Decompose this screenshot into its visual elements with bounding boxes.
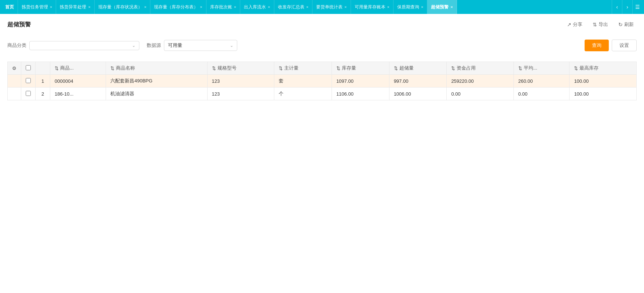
nav-item-available-inventory[interactable]: 可用量库存账本 × — [351, 0, 394, 14]
nav-item-batch-account[interactable]: 库存批次账 × — [206, 0, 240, 14]
row-capital-1: 0.00 — [447, 88, 514, 100]
export-icon: ⇅ — [593, 22, 597, 27]
share-button[interactable]: ↗ 分享 — [564, 20, 585, 29]
sort-overstock[interactable]: ⇅ 超储量 — [394, 65, 414, 71]
row-check-1[interactable] — [21, 88, 36, 100]
nav-item-inventory-dist[interactable]: 现存量（库存分布表） × — [150, 0, 206, 14]
nav-item-receive-summary[interactable]: 收发存汇总表 × — [274, 0, 312, 14]
table-row: 1 0000004 六配套新昌490BPG 123 套 1097.00 997.… — [8, 75, 637, 88]
category-filter: 商品分类 ⌄ — [7, 41, 139, 50]
category-select[interactable]: ⌄ — [29, 41, 139, 50]
nav-item-overstock-warning[interactable]: 超储预警 × — [427, 0, 457, 14]
close-pick-exception[interactable]: × — [88, 5, 90, 9]
export-button[interactable]: ⇅ 导出 — [590, 20, 611, 29]
nav-arrow-menu[interactable]: ☰ — [632, 0, 643, 14]
row-num-1: 2 — [36, 88, 50, 100]
th-unit[interactable]: ⇅ 主计量 — [274, 62, 332, 75]
row-product-code-0: 0000004 — [50, 75, 106, 88]
filter-actions: 查询 设置 — [585, 40, 637, 51]
row-max-stock-1: 100.00 — [570, 88, 637, 100]
refresh-label: 刷新 — [624, 21, 634, 28]
nav-item-order-stats[interactable]: 要货单统计表 × — [312, 0, 351, 14]
nav-bar: 首页 拣货任务管理 × 拣货异常处理 × 现存量（库存状况表） × 现存量（库存… — [0, 0, 644, 14]
share-icon: ↗ — [567, 22, 571, 27]
nav-label-pick-task: 拣货任务管理 — [22, 4, 48, 10]
sort-product-name[interactable]: ⇅ 商品名称 — [110, 65, 135, 71]
nav-arrows: ‹ › ☰ — [612, 0, 643, 14]
datasource-chevron-icon: ⌄ — [230, 43, 233, 48]
datasource-select[interactable]: 可用量 ⌄ — [164, 40, 237, 51]
page-content: 超储预警 ↗ 分享 ⇅ 导出 ↻ 刷新 商品分类 ⌄ 数据源 — [0, 14, 644, 293]
nav-label-pick-exception: 拣货异常处理 — [60, 4, 86, 10]
sort-max-stock[interactable]: ⇅ 最高库存 — [574, 65, 599, 71]
refresh-button[interactable]: ↻ 刷新 — [615, 20, 637, 29]
nav-label-home: 首页 — [5, 4, 14, 10]
row-checkbox-0[interactable] — [26, 78, 31, 83]
sort-unit[interactable]: ⇅ 主计量 — [279, 65, 299, 71]
nav-label-inventory-status: 现存量（库存状况表） — [98, 4, 142, 10]
close-receive-summary[interactable]: × — [306, 5, 308, 9]
nav-label-available-inventory: 可用量库存账本 — [355, 4, 385, 10]
category-label: 商品分类 — [7, 42, 26, 49]
close-inout-flow[interactable]: × — [268, 5, 270, 9]
row-max-stock-0: 100.00 — [570, 75, 637, 88]
sort-capital[interactable]: ⇅ 资金占用 — [451, 65, 476, 71]
row-product-name-1: 机油滤清器 — [106, 88, 207, 100]
th-capital[interactable]: ⇅ 资金占用 — [447, 62, 514, 75]
row-stock-0: 1097.00 — [332, 75, 389, 88]
page-title: 超储预警 — [7, 21, 31, 29]
th-overstock[interactable]: ⇅ 超储量 — [389, 62, 447, 75]
nav-arrow-left[interactable]: ‹ — [612, 0, 622, 14]
close-available-inventory[interactable]: × — [387, 5, 389, 9]
nav-item-pick-task[interactable]: 拣货任务管理 × — [18, 0, 56, 14]
nav-arrow-right[interactable]: › — [622, 0, 632, 14]
nav-item-pick-exception[interactable]: 拣货异常处理 × — [56, 0, 94, 14]
th-spec[interactable]: ⇅ 规格型号 — [207, 62, 274, 75]
row-check-0[interactable] — [21, 75, 36, 88]
datasource-select-value: 可用量 — [168, 42, 182, 49]
sort-product-code[interactable]: ⇅ 商品... — [55, 65, 74, 71]
th-stock[interactable]: ⇅ 库存量 — [332, 62, 389, 75]
nav-item-home[interactable]: 首页 — [1, 0, 18, 14]
close-inventory-status[interactable]: × — [144, 5, 146, 9]
nav-label-inout-flow: 出入库流水 — [244, 4, 266, 10]
select-all-checkbox[interactable] — [26, 65, 31, 70]
nav-label-expiry-query: 保质期查询 — [397, 4, 419, 10]
nav-label-inventory-dist: 现存量（库存分布表） — [154, 4, 198, 10]
th-avg[interactable]: ⇅ 平均... — [513, 62, 569, 75]
close-order-stats[interactable]: × — [344, 5, 347, 9]
page-actions: ↗ 分享 ⇅ 导出 ↻ 刷新 — [564, 20, 637, 29]
th-check — [21, 62, 36, 75]
row-gear-0 — [8, 75, 21, 88]
refresh-icon: ↻ — [618, 22, 623, 27]
filter-row: 商品分类 ⌄ 数据源 可用量 ⌄ 查询 设置 — [7, 35, 637, 56]
close-expiry-query[interactable]: × — [421, 5, 423, 9]
sort-stock[interactable]: ⇅ 库存量 — [336, 65, 356, 71]
nav-item-inout-flow[interactable]: 出入库流水 × — [240, 0, 274, 14]
sort-avg[interactable]: ⇅ 平均... — [518, 65, 537, 71]
sort-spec[interactable]: ⇅ 规格型号 — [212, 65, 237, 71]
close-pick-task[interactable]: × — [50, 5, 52, 9]
nav-item-expiry-query[interactable]: 保质期查询 × — [394, 0, 427, 14]
settings-button[interactable]: 设置 — [612, 40, 637, 51]
nav-label-overstock-warning: 超储预警 — [431, 4, 449, 10]
export-label: 导出 — [599, 21, 608, 28]
th-product-code[interactable]: ⇅ 商品... — [50, 62, 106, 75]
row-product-code-1: 186-10... — [50, 88, 106, 100]
query-button[interactable]: 查询 — [585, 40, 609, 51]
th-product-name[interactable]: ⇅ 商品名称 — [106, 62, 207, 75]
row-overstock-0: 997.00 — [389, 75, 447, 88]
row-avg-0: 260.00 — [513, 75, 569, 88]
table-row: 2 186-10... 机油滤清器 123 个 1106.00 1006.00 … — [8, 88, 637, 100]
nav-item-inventory-status[interactable]: 现存量（库存状况表） × — [95, 0, 150, 14]
th-max-stock[interactable]: ⇅ 最高库存 — [570, 62, 637, 75]
row-checkbox-1[interactable] — [26, 91, 31, 96]
close-batch-account[interactable]: × — [234, 5, 236, 9]
close-inventory-dist[interactable]: × — [200, 5, 202, 9]
row-spec-0: 123 — [207, 75, 274, 88]
th-gear[interactable]: ⚙ — [8, 62, 21, 75]
page-header: 超储预警 ↗ 分享 ⇅ 导出 ↻ 刷新 — [7, 20, 637, 29]
close-overstock-warning[interactable]: × — [450, 5, 453, 9]
share-label: 分享 — [573, 21, 582, 28]
row-overstock-1: 1006.00 — [389, 88, 447, 100]
